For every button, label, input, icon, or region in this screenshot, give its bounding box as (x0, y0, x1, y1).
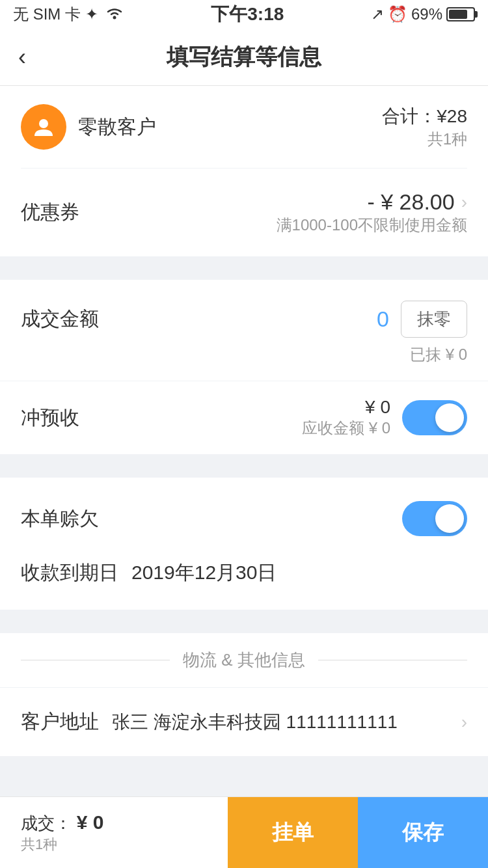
status-bar-left: 无 SIM 卡 ✦ (13, 4, 124, 25)
transaction-sub: 已抹 ¥ 0 (0, 344, 488, 381)
separator-3 (0, 620, 488, 633)
due-date-label: 收款到期日 (21, 560, 118, 586)
logistics-line-right (318, 660, 467, 660)
debt-toggle-knob (435, 504, 464, 533)
prepayment-right: ¥ 0 应收金额 ¥ 0 (302, 397, 467, 439)
prepayment-toggle[interactable] (402, 400, 467, 435)
svg-point-1 (39, 119, 48, 128)
address-chevron-icon: › (461, 712, 467, 733)
debt-section: 本单赊欠 收款到期日 2019年12月30日 (0, 478, 488, 610)
svg-point-0 (113, 16, 116, 20)
bottom-count: 共1种 (21, 835, 207, 854)
logistics-line-left (21, 660, 170, 660)
customer-row: 零散客户 合计：¥28 共1种 (0, 86, 488, 168)
logistics-header: 物流 & 其他信息 (0, 633, 488, 687)
customer-left: 零散客户 (21, 104, 156, 150)
round-zero-button[interactable]: 抹零 (401, 301, 467, 338)
wifi-icon (105, 5, 124, 23)
transaction-right: 0 抹零 (377, 301, 467, 338)
address-label: 客户地址 (21, 709, 99, 735)
bottom-bar: 成交： ¥ 0 共1种 挂单 保存 (0, 796, 488, 868)
transaction-label: 成交金额 (21, 306, 99, 332)
main-content: 零散客户 合计：¥28 共1种 优惠券 - ¥ 28.00 › 满1000-10… (0, 86, 488, 845)
bottom-info: 成交： ¥ 0 共1种 (0, 811, 228, 854)
battery-percent: 69% (411, 5, 442, 23)
coupon-discount: - ¥ 28.00 (367, 189, 454, 215)
coupon-row[interactable]: 优惠券 - ¥ 28.00 › 满1000-100不限制使用金额 (0, 169, 488, 256)
separator-2 (0, 465, 488, 478)
debt-toggle[interactable] (402, 501, 467, 536)
nav-bar: ‹ 填写结算等信息 (0, 29, 488, 86)
due-date-row: 收款到期日 2019年12月30日 (0, 560, 488, 610)
prepayment-amounts: ¥ 0 应收金额 ¥ 0 (302, 397, 390, 439)
status-bar: 无 SIM 卡 ✦ 下午3:18 ↗ ⏰ 69% (0, 0, 488, 29)
status-bar-time: 下午3:18 (211, 2, 284, 27)
customer-total: 合计：¥28 (382, 104, 467, 129)
customer-right: 合计：¥28 共1种 (382, 104, 467, 150)
transaction-row: 成交金额 0 抹零 (0, 280, 488, 344)
prepayment-sub: 应收金额 ¥ 0 (302, 418, 390, 439)
sim-status: 无 SIM 卡 ✦ (13, 4, 98, 25)
coupon-chevron-icon: › (461, 192, 467, 213)
back-button[interactable]: ‹ (18, 44, 26, 71)
save-button[interactable]: 保存 (358, 797, 488, 869)
bottom-deal-row: 成交： ¥ 0 (21, 811, 207, 835)
customer-name: 零散客户 (78, 114, 156, 141)
toggle-knob (435, 403, 464, 432)
debt-label: 本单赊欠 (21, 506, 99, 532)
customer-avatar (21, 104, 66, 150)
coupon-note: 满1000-100不限制使用金额 (277, 215, 467, 236)
alarm-icon: ⏰ (388, 5, 407, 23)
prepayment-row: 冲预收 ¥ 0 应收金额 ¥ 0 (0, 381, 488, 454)
page-title: 填写结算等信息 (167, 42, 321, 72)
bottom-deal-label: 成交： (21, 813, 72, 833)
prepayment-value: ¥ 0 (302, 397, 390, 418)
due-date-value[interactable]: 2019年12月30日 (131, 560, 277, 586)
separator-1 (0, 267, 488, 280)
coupon-right-wrap: - ¥ 28.00 › 满1000-100不限制使用金额 (277, 189, 467, 236)
battery-icon (446, 7, 475, 21)
bottom-deal-amount: ¥ 0 (77, 811, 104, 833)
customer-section: 零散客户 合计：¥28 共1种 优惠券 - ¥ 28.00 › 满1000-10… (0, 86, 488, 256)
logistics-header-text: 物流 & 其他信息 (183, 649, 305, 671)
customer-count: 共1种 (382, 129, 467, 150)
transaction-value[interactable]: 0 (377, 306, 389, 332)
logistics-section: 物流 & 其他信息 客户地址 张三 海淀永丰科技园 11111111111 › (0, 633, 488, 756)
coupon-label: 优惠券 (21, 199, 79, 226)
location-icon: ↗ (371, 5, 384, 23)
hang-button[interactable]: 挂单 (228, 797, 358, 869)
address-row[interactable]: 客户地址 张三 海淀永丰科技园 11111111111 › (0, 687, 488, 756)
address-value: 张三 海淀永丰科技园 11111111111 (112, 710, 461, 735)
transaction-section: 成交金额 0 抹零 已抹 ¥ 0 冲预收 ¥ 0 应收金额 ¥ 0 (0, 280, 488, 454)
prepayment-label: 冲预收 (21, 405, 79, 431)
status-bar-right: ↗ ⏰ 69% (371, 5, 475, 23)
debt-row: 本单赊欠 (0, 478, 488, 560)
